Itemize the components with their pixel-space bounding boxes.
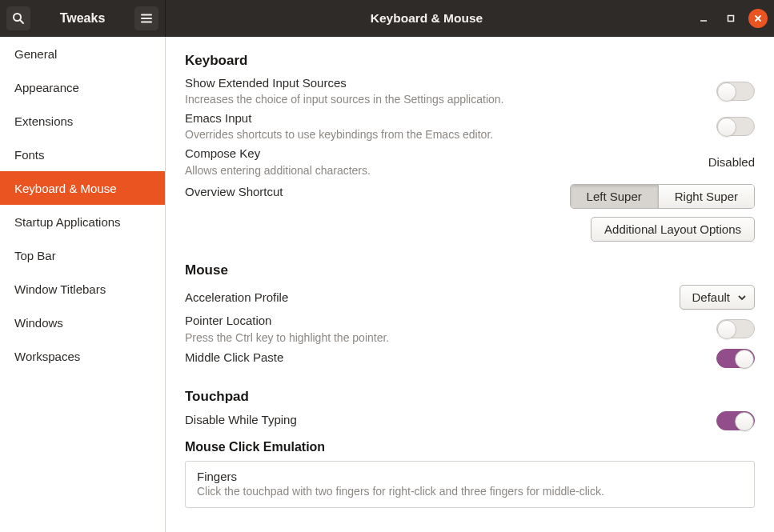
mouse-click-emulation-heading: Mouse Click Emulation: [185, 440, 755, 454]
overview-left-super-button[interactable]: Left Super: [571, 185, 658, 208]
acceleration-profile-value: Default: [692, 290, 730, 304]
sidebar-item-startup-applications[interactable]: Startup Applications: [0, 205, 165, 238]
extended-sources-desc: Increases the choice of input sources in…: [185, 92, 704, 107]
emacs-input-label: Emacs Input: [185, 110, 704, 126]
sidebar-item-windows[interactable]: Windows: [0, 306, 165, 339]
mouse-heading: Mouse: [185, 262, 755, 278]
chevron-down-icon: [738, 295, 746, 300]
sidebar-item-label: Startup Applications: [14, 215, 121, 229]
sidebar-item-label: Keyboard & Mouse: [14, 182, 117, 195]
keyboard-heading: Keyboard: [185, 53, 755, 69]
acceleration-profile-select[interactable]: Default: [680, 285, 755, 310]
sidebar-item-label: Windows: [14, 316, 63, 330]
sidebar-item-appearance[interactable]: Appearance: [0, 70, 165, 104]
compose-key-value: Disabled: [708, 155, 755, 169]
disable-while-typing-toggle[interactable]: [716, 411, 755, 430]
sidebar-item-label: Extensions: [14, 114, 73, 128]
compose-key-label: Compose Key: [185, 146, 696, 162]
titlebar: Tweaks Keyboard & Mouse: [0, 0, 774, 37]
middle-click-paste-label: Middle Click Paste: [185, 350, 704, 366]
emulation-fingers-label: Fingers: [197, 470, 743, 483]
extended-sources-toggle[interactable]: [716, 82, 755, 101]
sidebar-item-workspaces[interactable]: Workspaces: [0, 339, 165, 373]
acceleration-profile-label: Acceleration Profile: [185, 290, 667, 306]
touchpad-heading: Touchpad: [185, 389, 755, 405]
svg-line-1: [20, 20, 23, 23]
overview-right-super-button[interactable]: Right Super: [658, 185, 754, 208]
sidebar-item-label: Window Titlebars: [14, 282, 106, 296]
close-icon: [753, 14, 763, 23]
search-button[interactable]: [6, 6, 30, 30]
emulation-fingers-desc: Click the touchpad with two fingers for …: [197, 485, 743, 498]
titlebar-left: Tweaks: [0, 0, 166, 37]
overview-shortcut-segmented: Left Super Right Super: [570, 184, 755, 209]
extended-sources-label: Show Extended Input Sources: [185, 75, 704, 91]
maximize-button[interactable]: [721, 9, 740, 28]
sidebar-item-top-bar[interactable]: Top Bar: [0, 238, 165, 272]
minimize-icon: [699, 14, 708, 23]
mouse-click-emulation-box: Fingers Click the touchpad with two fing…: [185, 461, 755, 508]
emacs-input-desc: Overrides shortcuts to use keybindings f…: [185, 127, 704, 142]
content: Keyboard Show Extended Input Sources Inc…: [166, 37, 774, 532]
sidebar-item-label: Fonts: [14, 148, 45, 162]
sidebar-item-extensions[interactable]: Extensions: [0, 104, 165, 138]
sidebar-item-window-titlebars[interactable]: Window Titlebars: [0, 272, 165, 306]
titlebar-center: Keyboard & Mouse: [166, 0, 688, 37]
sidebar-item-label: Appearance: [14, 81, 79, 94]
sidebar-item-fonts[interactable]: Fonts: [0, 138, 165, 171]
sidebar-item-keyboard-mouse[interactable]: Keyboard & Mouse: [0, 171, 165, 205]
titlebar-right: [688, 0, 774, 37]
maximize-icon: [726, 14, 736, 23]
pointer-location-label: Pointer Location: [185, 313, 704, 329]
compose-key-desc: Allows entering additional characters.: [185, 163, 696, 178]
sidebar-item-label: Workspaces: [14, 350, 80, 363]
disable-while-typing-label: Disable While Typing: [185, 412, 704, 428]
sidebar-item-label: Top Bar: [14, 249, 56, 262]
pointer-location-toggle[interactable]: [716, 319, 755, 338]
middle-click-paste-toggle[interactable]: [716, 349, 755, 368]
overview-shortcut-label: Overview Shortcut: [185, 184, 557, 200]
sidebar-item-general[interactable]: General: [0, 37, 165, 70]
sidebar-item-label: General: [14, 47, 57, 61]
additional-layout-options-button[interactable]: Additional Layout Options: [591, 217, 755, 242]
sidebar: General Appearance Extensions Fonts Keyb…: [0, 37, 166, 532]
app-title: Tweaks: [37, 11, 128, 26]
minimize-button[interactable]: [694, 9, 713, 28]
search-icon: [12, 12, 25, 25]
emacs-input-toggle[interactable]: [716, 117, 755, 136]
menu-button[interactable]: [134, 6, 158, 30]
hamburger-icon: [141, 14, 152, 23]
pointer-location-desc: Press the Ctrl key to highlight the poin…: [185, 330, 704, 346]
page-title: Keyboard & Mouse: [371, 11, 483, 26]
svg-rect-6: [728, 16, 734, 22]
close-button[interactable]: [748, 9, 768, 28]
